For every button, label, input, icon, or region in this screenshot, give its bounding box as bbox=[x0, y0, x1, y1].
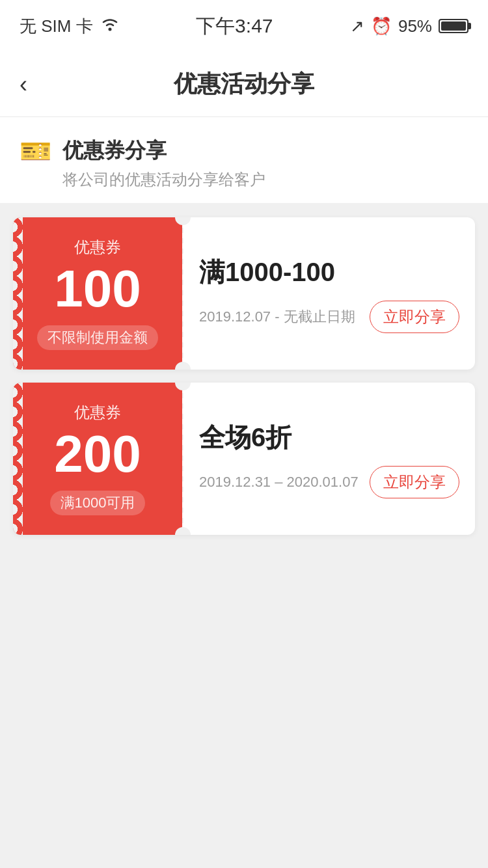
coupon-icon: 🎫 bbox=[20, 138, 52, 164]
back-button[interactable]: ‹ bbox=[20, 71, 27, 98]
alarm-icon: ⏰ bbox=[371, 16, 392, 36]
coupon-date-1: 2019.12.07 - 无截止日期 bbox=[199, 307, 355, 327]
coupon-name-1: 满1000-100 bbox=[199, 254, 459, 290]
carrier-text: 无 SIM 卡 bbox=[20, 15, 93, 38]
section-header: 🎫 优惠券分享 将公司的优惠活动分享给客户 bbox=[0, 117, 488, 203]
coupon-condition-2: 满1000可用 bbox=[50, 491, 146, 515]
share-button-1[interactable]: 立即分享 bbox=[370, 301, 459, 333]
coupon-name-2: 全场6折 bbox=[199, 420, 459, 455]
coupon-date-row-1: 2019.12.07 - 无截止日期 立即分享 bbox=[199, 301, 459, 333]
status-left: 无 SIM 卡 bbox=[20, 15, 119, 38]
coupon-label-1: 优惠券 bbox=[74, 237, 121, 258]
coupon-condition-1: 不限制使用金额 bbox=[37, 325, 158, 350]
coupons-wrapper: 优惠券 100 不限制使用金额 满1000-100 2019.12.07 - 无… bbox=[0, 204, 488, 548]
coupon-label-2: 优惠券 bbox=[74, 402, 121, 423]
battery-percent: 95% bbox=[398, 16, 432, 36]
empty-area bbox=[0, 548, 488, 868]
section-subtitle: 将公司的优惠活动分享给客户 bbox=[62, 169, 265, 190]
battery-icon bbox=[439, 19, 468, 33]
coupon-amount-2: 200 bbox=[54, 428, 141, 480]
page-title: 优惠活动分享 bbox=[174, 68, 314, 100]
coupon-date-2: 2019.12.31 – 2020.01.07 bbox=[199, 474, 359, 491]
coupon-card-2: 优惠券 200 满1000可用 全场6折 2019.12.31 – 2020.0… bbox=[13, 383, 475, 535]
svg-point-0 bbox=[108, 27, 111, 31]
coupon-divider-1 bbox=[182, 217, 183, 370]
coupon-amount-1: 100 bbox=[54, 263, 141, 315]
coupon-date-row-2: 2019.12.31 – 2020.01.07 立即分享 bbox=[199, 466, 459, 498]
section-title: 优惠券分享 bbox=[62, 137, 265, 165]
coupon-card-1: 优惠券 100 不限制使用金额 满1000-100 2019.12.07 - 无… bbox=[13, 217, 475, 370]
location-icon: ↗ bbox=[350, 16, 364, 36]
coupon-left-2: 优惠券 200 满1000可用 bbox=[13, 383, 182, 535]
section-text: 优惠券分享 将公司的优惠活动分享给客户 bbox=[62, 137, 265, 190]
coupon-divider-2 bbox=[182, 383, 183, 535]
status-time: 下午3:47 bbox=[196, 13, 273, 40]
share-button-2[interactable]: 立即分享 bbox=[370, 466, 459, 498]
coupon-left-1: 优惠券 100 不限制使用金额 bbox=[13, 217, 182, 370]
status-bar: 无 SIM 卡 下午3:47 ↗ ⏰ 95% bbox=[0, 0, 488, 52]
coupon-right-1: 满1000-100 2019.12.07 - 无截止日期 立即分享 bbox=[183, 217, 475, 370]
wifi-icon bbox=[101, 16, 119, 36]
status-right: ↗ ⏰ 95% bbox=[350, 16, 468, 36]
nav-bar: ‹ 优惠活动分享 bbox=[0, 52, 488, 117]
coupon-right-2: 全场6折 2019.12.31 – 2020.01.07 立即分享 bbox=[183, 383, 475, 535]
